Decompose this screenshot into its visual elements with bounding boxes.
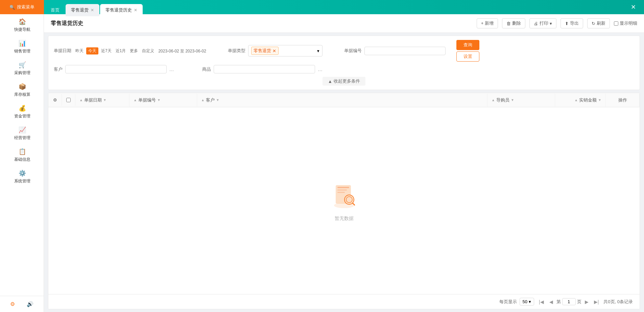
refresh-button[interactable]: ↻ 刷新	[587, 18, 610, 28]
sidebar-item-finance[interactable]: 💰 资金管理	[0, 101, 44, 122]
last-page-button[interactable]: ▶|	[592, 298, 601, 305]
tab-retail-return-history[interactable]: 零售退货历史 ✕	[100, 4, 143, 16]
page-nav: |◀ ◀ 第 页 ▶ ▶|	[537, 298, 601, 305]
tab-retail-return-close[interactable]: ✕	[91, 8, 94, 13]
operations-label: 经营管理	[14, 135, 30, 141]
date-more[interactable]: 更多	[128, 47, 139, 54]
sidebar-bottom: ⚙ 🔊	[0, 296, 44, 312]
tab-bar: 首页 零售退货 ✕ 零售退货历史 ✕	[44, 0, 628, 14]
select-all-checkbox[interactable]	[66, 98, 71, 102]
th-amount-label: 实销金额	[579, 97, 597, 103]
new-button[interactable]: + 新增	[477, 18, 498, 28]
tab-retail-return-history-close[interactable]: ✕	[134, 8, 137, 13]
date-today[interactable]: 今天	[86, 47, 98, 54]
sidebar-item-system[interactable]: ⚙️ 系统管理	[0, 166, 44, 187]
first-page-button[interactable]: |◀	[537, 298, 546, 305]
voucher-type-chevron: ▾	[317, 48, 319, 53]
sidebar-item-sales[interactable]: 📊 销售管理	[0, 36, 44, 58]
pagination: 每页显示 50 ▾ |◀ ◀ 第 页 ▶ ▶| 共0页, 0条记录	[48, 294, 640, 309]
date-7days[interactable]: 近7天	[100, 47, 113, 54]
th-guide-label: 导购员	[496, 97, 509, 103]
th-customer[interactable]: ▲ 客户 ▼	[197, 94, 487, 107]
export-icon: ⬆	[565, 21, 569, 26]
th-date-label: 单据日期	[84, 97, 102, 103]
date-yesterday[interactable]: 昨天	[74, 47, 85, 54]
export-button-label: 导出	[570, 20, 579, 26]
voucher-no-input[interactable]	[364, 47, 446, 55]
export-button[interactable]: ⬆ 导出	[560, 18, 583, 28]
sidebar-settings-icon[interactable]: ⚙	[10, 301, 15, 307]
per-page-chevron: ▾	[529, 299, 531, 304]
refresh-button-label: 刷新	[597, 20, 605, 26]
sidebar-item-inventory[interactable]: 📦 库存核算	[0, 79, 44, 101]
sidebar-item-quick-nav[interactable]: 🏠 快捷导航	[0, 14, 44, 36]
basic-info-label: 基础信息	[14, 157, 30, 162]
collapse-button[interactable]: ▲ 收起更多条件	[323, 77, 365, 86]
sidebar-item-operations[interactable]: 📈 经营管理	[0, 122, 44, 144]
customer-sort-up: ▲	[201, 98, 205, 102]
voucher-type-label: 单据类型	[228, 48, 245, 54]
date-range-text: 2023-06-02 至 2023-06-02	[158, 48, 206, 54]
goods-dots[interactable]: ...	[318, 66, 322, 72]
next-page-button[interactable]: ▶	[583, 298, 591, 305]
table-header: ⚙ ▲ 单据日期 ▼ ▲ 单据编号 ▼ ▲ 客户 ▼	[48, 93, 640, 107]
goods-input[interactable]	[214, 65, 315, 73]
customer-label: 客户	[54, 66, 63, 72]
show-detail-checkbox[interactable]	[614, 21, 618, 26]
sidebar-volume-icon[interactable]: 🔊	[27, 301, 33, 307]
delete-button[interactable]: 🗑 删除	[502, 18, 525, 28]
purchase-icon: 🛒	[19, 61, 26, 69]
tab-home[interactable]: 首页	[45, 4, 65, 16]
sidebar-item-purchase[interactable]: 🛒 采购管理	[0, 58, 44, 79]
page-title: 零售退货历史	[51, 20, 83, 27]
page-header: 零售退货历史 + 新增 🗑 删除 🖨 打印 ▾ ⬆ 导出	[44, 14, 644, 33]
prev-page-button[interactable]: ◀	[547, 298, 555, 305]
svg-rect-3	[337, 190, 347, 191]
per-page-select[interactable]: 50 ▾	[520, 298, 534, 306]
th-amount[interactable]: ▲ 实销金额 ▼	[555, 94, 606, 107]
th-checkbox[interactable]	[62, 94, 75, 106]
customer-dots[interactable]: ...	[169, 66, 174, 72]
sales-icon: 📊	[19, 40, 26, 47]
date-1month[interactable]: 近1月	[114, 47, 127, 54]
inventory-label: 库存核算	[14, 92, 30, 97]
tab-home-label: 首页	[51, 7, 59, 13]
voucher-type-remove[interactable]: ✕	[272, 48, 276, 53]
th-settings[interactable]: ⚙	[48, 94, 62, 106]
show-detail-toggle[interactable]: 显示明细	[614, 20, 637, 26]
th-guide[interactable]: ▲ 导购员 ▼	[487, 94, 555, 107]
inventory-icon: 📦	[19, 83, 26, 90]
customer-input[interactable]	[65, 65, 167, 73]
collapse-label: 收起更多条件	[334, 78, 360, 84]
quick-nav-label: 快捷导航	[14, 27, 30, 32]
settings-icon: ⚙	[53, 97, 57, 103]
operations-icon: 📈	[19, 126, 26, 134]
query-button[interactable]: 查询	[456, 40, 479, 50]
voucher-type-select[interactable]: 零售退货 ✕ ▾	[248, 45, 323, 57]
empty-icon	[329, 180, 359, 210]
th-date[interactable]: ▲ 单据日期 ▼	[75, 94, 129, 107]
th-voucher-no-label: 单据编号	[138, 97, 156, 103]
date-custom[interactable]: 自定义	[141, 47, 156, 54]
sales-label: 销售管理	[14, 48, 30, 54]
search-area[interactable]: 🔍 搜索菜单	[0, 0, 44, 14]
sidebar-item-basic-info[interactable]: 📋 基础信息	[0, 144, 44, 166]
total-text: 共0页, 0条记录	[603, 299, 633, 305]
page-number-input[interactable]	[562, 298, 576, 305]
per-page-value: 50	[523, 299, 527, 304]
tab-retail-return[interactable]: 零售退货 ✕	[66, 4, 99, 16]
sort-down-icon: ▼	[103, 98, 106, 102]
amount-sort-up: ▲	[574, 98, 578, 102]
window-close-button[interactable]: ✕	[628, 3, 639, 11]
filter-settings-button[interactable]: 设置	[456, 51, 479, 62]
delete-icon: 🗑	[506, 21, 511, 26]
search-icon: 🔍	[9, 5, 15, 10]
svg-rect-2	[337, 187, 349, 188]
print-button[interactable]: 🖨 打印 ▾	[529, 18, 556, 28]
system-icon: ⚙️	[19, 170, 26, 177]
th-voucher-no[interactable]: ▲ 单据编号 ▼	[129, 94, 197, 107]
voucher-sort-up: ▲	[134, 98, 137, 102]
voucher-date-label: 单据日期	[54, 48, 71, 54]
collapse-up-icon: ▲	[328, 79, 332, 84]
print-chevron-icon: ▾	[550, 21, 552, 26]
